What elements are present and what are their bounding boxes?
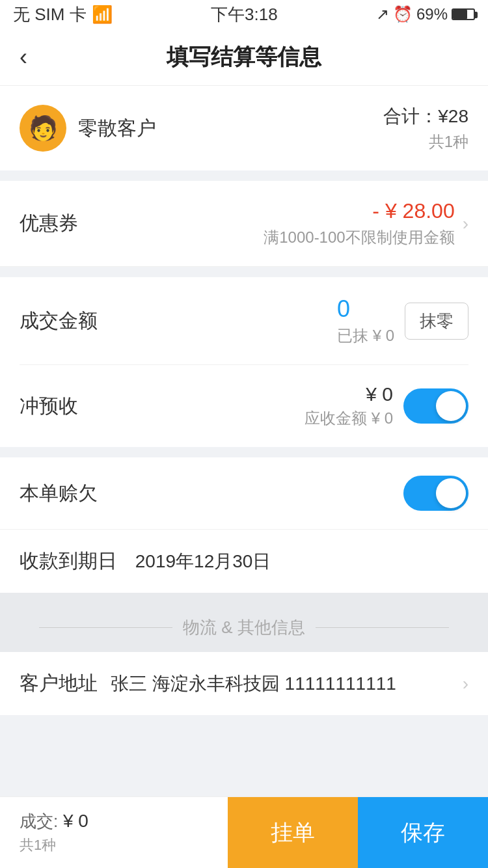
- prepay-label: 冲预收: [20, 393, 78, 420]
- bottom-deal-amount: ¥ 0: [63, 811, 88, 831]
- page-title: 填写结算等信息: [167, 42, 321, 72]
- status-left: 无 SIM 卡 📶: [13, 3, 113, 26]
- transaction-detail: 0 已抹 ¥ 0: [337, 295, 394, 346]
- prepay-row: 冲预收 ¥ 0 应收金额 ¥ 0: [20, 365, 468, 447]
- status-right: ↗ ⏰ 69%: [376, 5, 475, 23]
- bottom-deal-label: 成交:: [20, 811, 58, 831]
- credit-label: 本单赊欠: [20, 480, 98, 507]
- toggle-knob: [436, 391, 466, 421]
- logistics-line-right: [316, 627, 449, 628]
- coupon-section[interactable]: 优惠券 - ¥ 28.00 满1000-100不限制使用金额 ›: [0, 181, 488, 267]
- prepay-amounts: ¥ 0 应收金额 ¥ 0: [305, 383, 393, 429]
- chevron-right-icon: ›: [463, 213, 468, 234]
- customer-name: 零散客户: [78, 115, 156, 142]
- credit-toggle[interactable]: [403, 476, 468, 511]
- customer-row: 🧑 零散客户 合计：¥28 共1种: [0, 86, 488, 170]
- due-date-value: 2019年12月30日: [135, 551, 271, 571]
- due-date-label: 收款到期日: [20, 550, 117, 571]
- status-time: 下午3:18: [211, 3, 278, 26]
- coupon-detail: - ¥ 28.00 满1000-100不限制使用金额: [264, 199, 454, 248]
- credit-section: 本单赊欠 收款到期日 2019年12月30日: [0, 457, 488, 593]
- transaction-sub: 已抹 ¥ 0: [337, 325, 394, 346]
- bottom-info: 成交: ¥ 0 共1种: [0, 810, 228, 855]
- transaction-label: 成交金额: [20, 308, 98, 334]
- customer-left: 🧑 零散客户: [20, 105, 156, 152]
- main-content: 🧑 零散客户 合计：¥28 共1种 优惠券 - ¥ 28.00 满1000-10…: [0, 86, 488, 804]
- discount-hint: 满1000-100不限制使用金额: [264, 227, 454, 248]
- battery-percent: 69%: [416, 5, 448, 23]
- section-divider: [0, 593, 488, 603]
- total-count: 共1种: [383, 131, 468, 152]
- alarm-icon: ⏰: [393, 5, 413, 23]
- transaction-prepay-section: 成交金额 0 已抹 ¥ 0 抹零 冲预收 ¥ 0 应收金额 ¥ 0: [0, 277, 488, 447]
- save-button[interactable]: 保存: [358, 797, 488, 869]
- prepay-toggle[interactable]: [403, 388, 468, 424]
- bottom-deal-row: 成交: ¥ 0: [20, 810, 208, 833]
- prepay-main-amount: ¥ 0: [305, 383, 393, 405]
- back-button[interactable]: ‹: [20, 44, 27, 71]
- avatar-icon: 🧑: [29, 115, 58, 142]
- prepay-right: ¥ 0 应收金额 ¥ 0: [305, 383, 468, 429]
- chevron-right-icon: ›: [463, 673, 468, 694]
- address-row[interactable]: 客户地址 张三 海淀永丰科技园 11111111111 ›: [0, 652, 488, 715]
- customer-section: 🧑 零散客户 合计：¥28 共1种: [0, 86, 488, 170]
- customer-right: 合计：¥28 共1种: [383, 104, 468, 152]
- coupon-label: 优惠券: [20, 210, 78, 237]
- credit-row: 本单赊欠: [0, 457, 488, 529]
- discount-amount: - ¥ 28.00: [264, 199, 454, 223]
- due-date-row: 收款到期日 2019年12月30日: [0, 529, 488, 593]
- bottom-count: 共1种: [20, 835, 208, 855]
- coupon-row[interactable]: 优惠券 - ¥ 28.00 满1000-100不限制使用金额 ›: [0, 181, 488, 267]
- status-bar: 无 SIM 卡 📶 下午3:18 ↗ ⏰ 69%: [0, 0, 488, 29]
- location-icon: ↗: [376, 5, 389, 23]
- transaction-right: 0 已抹 ¥ 0 抹零: [337, 295, 468, 346]
- address-label: 客户地址: [20, 670, 98, 697]
- bottom-bar: 成交: ¥ 0 共1种 挂单 保存: [0, 796, 488, 868]
- nav-bar: ‹ 填写结算等信息: [0, 29, 488, 86]
- transaction-amount: 0: [337, 295, 394, 323]
- round-button[interactable]: 抹零: [405, 303, 468, 340]
- logistics-header: 物流 & 其他信息: [0, 603, 488, 652]
- transaction-row: 成交金额 0 已抹 ¥ 0 抹零: [20, 277, 468, 365]
- logistics-title-row: 物流 & 其他信息: [20, 603, 468, 652]
- wifi-icon: 📶: [92, 5, 113, 25]
- logistics-title: 物流 & 其他信息: [183, 616, 305, 639]
- logistics-line-left: [39, 627, 172, 628]
- prepay-sub-amount: 应收金额 ¥ 0: [305, 408, 393, 429]
- hold-button[interactable]: 挂单: [228, 797, 358, 869]
- coupon-right: - ¥ 28.00 满1000-100不限制使用金额 ›: [264, 199, 468, 248]
- avatar: 🧑: [20, 105, 66, 152]
- credit-toggle-knob: [436, 478, 466, 508]
- total-amount: 合计：¥28: [383, 104, 468, 129]
- address-chevron: ›: [463, 673, 468, 694]
- battery-icon: [452, 8, 475, 20]
- address-section[interactable]: 客户地址 张三 海淀永丰科技园 11111111111 ›: [0, 652, 488, 715]
- address-value: 张三 海淀永丰科技园 11111111111: [98, 671, 463, 696]
- no-sim-text: 无 SIM 卡: [13, 3, 87, 26]
